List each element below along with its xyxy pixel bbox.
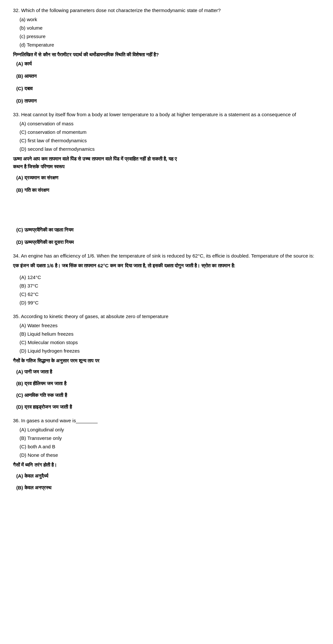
q35-hi-b: (B) द्रव हीलियम जम जाता है <box>16 380 320 387</box>
q35-opt-a-en: (A) Water freezes <box>20 322 320 329</box>
question-36: 36. In gases a sound wave is________ (A)… <box>13 417 320 492</box>
q32-hi-d: (D) तापमान <box>16 97 320 105</box>
q32-opt-b-en: (b) volume <box>20 24 320 32</box>
q32-hi-b: (B) आयतन <box>16 72 320 80</box>
q34-opt-a-en: (A) 124°C <box>20 273 320 281</box>
q32-hi-a: (A) कार्य <box>16 60 320 68</box>
q36-opt-b-en: (B) Transverse only <box>20 434 320 442</box>
q36-hindi-text: गैसों में ध्वनि तरंग होती है। <box>13 461 320 469</box>
q35-text: 35. According to kinetic theory of gases… <box>13 313 320 320</box>
q35-hi-c: (C) आणविक गति रुक जाती है <box>16 391 320 399</box>
q33-hindi-text: ऊष्मा अपने आप कम तापमान वाले पिंड से उच्… <box>13 155 320 171</box>
q32-text: 32. Which of the following parameters do… <box>13 7 320 14</box>
q33-hi-a: (A) द्रव्यमान का संरक्षण <box>16 174 320 182</box>
page-gap <box>13 200 320 226</box>
q35-hi-a: (A) पानी जम जाता है <box>16 368 320 376</box>
q35-opt-d-en: (D) Liquid hydrogen freezes <box>20 347 320 355</box>
q36-opt-d-en: (D) None of these <box>20 451 320 459</box>
q32-hi-c: (C) दबाव <box>16 85 320 92</box>
question-35: 35. According to kinetic theory of gases… <box>13 313 320 411</box>
q33-hi-d: (D) ऊष्मप्रवैगिकी का दूसरा नियम <box>16 238 320 246</box>
q34-opt-b-en: (B) 37°C <box>20 282 320 290</box>
q36-hi-a: (A) केवल अनुदैर्ध्य <box>16 472 320 480</box>
q33-text: 33. Heat cannot by itself flow from a bo… <box>13 111 320 119</box>
q33-opt-b-en: (C) conservation of momentum <box>20 128 320 136</box>
q32-opt-a-en: (a) work <box>20 16 320 23</box>
q33-hi-c: (C) ऊष्मप्रवैगिकी का पहला नियम <box>16 226 320 234</box>
q34-opt-d-en: (D) 99°C <box>20 299 320 307</box>
question-33-continued: (C) ऊष्मप्रवैगिकी का पहला नियम (D) ऊष्मप… <box>13 226 320 246</box>
q33-hi-b: (B) गति का संरक्षण <box>16 186 320 194</box>
q33-opt-a-en: (A) conservation of mass <box>20 120 320 128</box>
q36-text: 36. In gases a sound wave is________ <box>13 417 320 425</box>
question-34: 34. An engine has an efficiency of 1/6. … <box>13 252 320 307</box>
question-33: 33. Heat cannot by itself flow from a bo… <box>13 111 320 194</box>
q34-opt-c-en: (C) 62°C <box>20 290 320 298</box>
q35-opt-b-en: (B) Liquid helium freezes <box>20 330 320 338</box>
q36-opt-c-en: (C) both A and B <box>20 443 320 451</box>
q34-hindi-text: एक इंजन की दक्षता 1/6 है। जब सिंक का ताप… <box>13 262 320 270</box>
q35-hindi-text: गैसों के गतिज सिद्धान्त के अनुसार परम शू… <box>13 357 320 365</box>
q32-hindi-text: निम्नलिखित में से कौन सा पैरामीटर पदार्थ… <box>13 51 320 59</box>
q33-opt-c-en: (C) first law of thermodynamics <box>20 137 320 145</box>
q34-text: 34. An engine has an efficiency of 1/6. … <box>13 252 320 260</box>
q35-hi-d: (D) द्रव हाइड्रोजन जम जाती है <box>16 403 320 411</box>
q36-opt-a-en: (A) Longitudinal only <box>20 426 320 434</box>
q32-opt-c-en: (c) pressure <box>20 33 320 40</box>
q36-hi-b: (B) केवल अनप्रस्थ <box>16 484 320 492</box>
q33-opt-d-en: (D) second law of thermodynamics <box>20 145 320 153</box>
question-32: 32. Which of the following parameters do… <box>13 7 320 105</box>
q32-opt-d-en: (d) Temperature <box>20 41 320 49</box>
q35-opt-c-en: (C) Molecular motion stops <box>20 339 320 346</box>
